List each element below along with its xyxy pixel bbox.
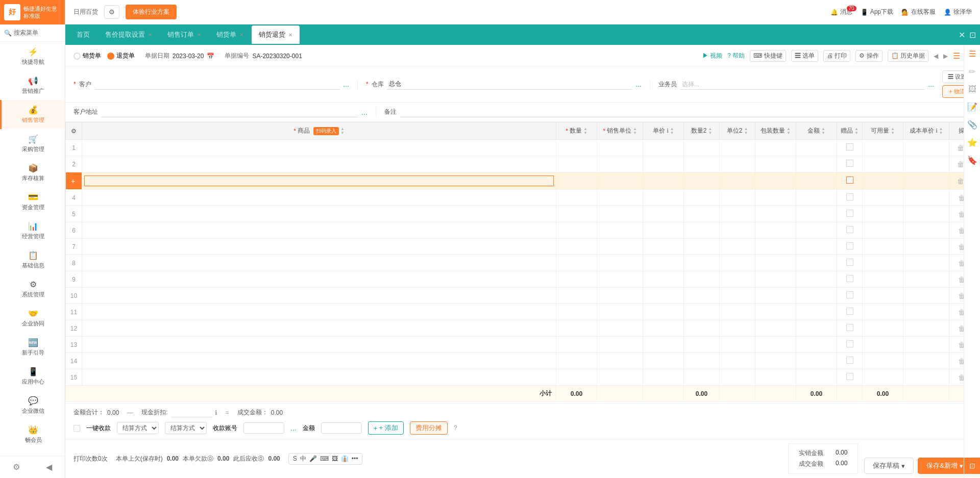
collapse-icon[interactable]: ◀ [44, 460, 54, 474]
toolbar-zh-icon[interactable]: 中 [300, 455, 306, 463]
gift-checkbox[interactable] [846, 259, 853, 266]
sidebar-item-appstore[interactable]: 📱 应用中心 [0, 362, 65, 391]
agent-dots[interactable]: ... [928, 80, 934, 88]
sidebar-item-guide[interactable]: 🆕 新手引导 [0, 333, 65, 362]
product-cell-2[interactable] [82, 156, 556, 172]
tab-sales-return[interactable]: 销货退货 ✕ [252, 26, 300, 44]
panel-star-icon[interactable]: ⭐ [967, 138, 977, 147]
view-list-icon[interactable]: ☰ [953, 51, 960, 61]
prev-record-icon[interactable]: ◀ [934, 53, 938, 60]
agent-input[interactable] [680, 79, 925, 90]
toolbar-person-icon[interactable]: 👔 [341, 455, 349, 462]
product-cell-1[interactable] [82, 140, 556, 156]
gift-checkbox[interactable] [846, 308, 853, 315]
gift-cell-3[interactable] [837, 172, 863, 190]
sidebar-item-quicknav[interactable]: ⚡ 快捷导航 [0, 42, 65, 71]
toolbar-dots-icon[interactable]: ••• [352, 455, 358, 462]
tab-price[interactable]: 售价提取设置 ✕ [98, 26, 159, 44]
sidebar-search[interactable]: 🔍 搜索菜单 [0, 24, 65, 42]
toolbar-s-icon[interactable]: S [293, 455, 297, 462]
sidebar-item-inventory[interactable]: 📦 库存核算 [0, 158, 65, 187]
pkg-cell-1[interactable] [755, 140, 796, 156]
price-sort[interactable]: ▲▼ [670, 127, 674, 135]
gift-checkbox[interactable] [846, 193, 853, 200]
scan-input-btn[interactable]: 扫码录入 [313, 127, 339, 135]
delete-row-1-icon[interactable]: 🗑 [957, 144, 964, 152]
sidebar-item-marketing[interactable]: 📢 营销推广 [0, 71, 65, 100]
price-cell-2[interactable] [643, 156, 684, 172]
sidebar-item-finance[interactable]: 💳 资金管理 [0, 187, 65, 216]
tab-sales-order-close[interactable]: ✕ [197, 32, 201, 38]
gift-checkbox[interactable] [846, 242, 853, 249]
panel-edit-icon[interactable]: ✏ [969, 67, 975, 77]
toolbar-img-icon[interactable]: 🖼 [332, 455, 338, 462]
unit2-sort[interactable]: ▲▼ [744, 127, 748, 135]
pkg-cell-3[interactable] [755, 172, 796, 190]
panel-bookmark-icon[interactable]: 🔖 [967, 156, 977, 165]
gift-checkbox-2[interactable] [846, 160, 853, 167]
gift-checkbox[interactable] [846, 275, 853, 282]
panel-note-icon[interactable]: 📝 [967, 102, 977, 112]
product-input-3[interactable] [84, 175, 554, 186]
customer-input[interactable] [94, 79, 340, 90]
sidebar-item-basic[interactable]: 📋 基础信息 [0, 245, 65, 274]
help-btn[interactable]: ? 帮助 [727, 52, 745, 60]
qty2-cell-3[interactable] [684, 172, 720, 190]
toolbar-kb-icon[interactable]: ⌨ [320, 455, 329, 462]
settings-bottom-icon[interactable]: ⚙ [11, 460, 22, 474]
calendar-icon[interactable]: 📅 [207, 53, 214, 60]
split-info-icon[interactable]: ? [454, 424, 457, 432]
add-payment-btn[interactable]: + + 添加 [368, 421, 404, 435]
account-no-input[interactable] [243, 422, 284, 434]
shortcut-btn[interactable]: ⌨ 快捷键 [750, 50, 786, 62]
qty-cell-1[interactable] [556, 140, 597, 156]
unit2-cell-3[interactable] [720, 172, 755, 190]
tab-sales-close[interactable]: ✕ [239, 32, 243, 38]
cost-cell-3[interactable] [903, 172, 949, 190]
sidebar-item-purchase[interactable]: 🛒 采购管理 [0, 129, 65, 158]
cash-discount-input[interactable] [171, 408, 212, 417]
gift-checkbox[interactable] [846, 226, 853, 233]
gift-checkbox[interactable] [846, 291, 853, 298]
gift-checkbox[interactable] [846, 324, 853, 331]
amount-cell-2[interactable] [796, 156, 837, 172]
gift-cell-1[interactable] [837, 140, 863, 156]
gift-sort[interactable]: ▲▼ [854, 127, 859, 135]
settings-btn[interactable]: ⚙ [104, 5, 119, 19]
cost-sort[interactable]: ▲▼ [939, 127, 943, 135]
panel-image-icon[interactable]: 🖼 [968, 85, 976, 94]
qty2-sort[interactable]: ▲▼ [708, 127, 712, 135]
warehouse-dots[interactable]: ... [635, 80, 642, 88]
qty-cell-2[interactable] [556, 156, 597, 172]
trial-btn[interactable]: 体验行业方案 [126, 5, 177, 19]
unit2-cell-1[interactable] [720, 140, 755, 156]
panel-attachment-icon[interactable]: 📎 [967, 120, 977, 130]
pkg-sort[interactable]: ▲▼ [787, 127, 791, 135]
close-tab-icon[interactable]: ✕ [959, 30, 965, 40]
radio-sales[interactable]: 销货单 [74, 52, 101, 60]
price-cell-1[interactable] [643, 140, 684, 156]
print-btn[interactable]: 🖨 打印 [823, 50, 850, 62]
panel-list-icon[interactable]: ☰ [969, 49, 976, 59]
customer-dots[interactable]: ... [343, 80, 349, 88]
tab-home[interactable]: 首页 [69, 26, 97, 44]
sidebar-item-system[interactable]: ⚙ 系统管理 [0, 274, 65, 304]
cost-cell-1[interactable] [903, 140, 949, 156]
warehouse-input[interactable] [387, 79, 633, 90]
unit-cell-2[interactable] [597, 156, 643, 172]
unit-price-info-icon[interactable]: ℹ [667, 128, 669, 134]
pkg-cell-2[interactable] [755, 156, 796, 172]
amount-sort[interactable]: ▲▼ [821, 127, 825, 135]
delete-row-2-icon[interactable]: 🗑 [957, 160, 964, 168]
unit-sort[interactable]: ▲▼ [633, 127, 637, 135]
radio-return[interactable]: 退货单 [107, 52, 135, 60]
gift-checkbox[interactable] [846, 373, 853, 380]
split-btn[interactable]: 费用分摊 [410, 421, 448, 435]
avail-cell-1[interactable] [863, 140, 903, 156]
gift-checkbox-3[interactable] [846, 177, 853, 184]
select-btn[interactable]: ☰ 选单 [791, 50, 818, 62]
amount-input[interactable] [321, 422, 362, 434]
qty2-cell-1[interactable] [684, 140, 720, 156]
sidebar-item-wechat[interactable]: 💬 企业微信 [0, 391, 65, 420]
address-dots[interactable]: ... [361, 108, 368, 116]
